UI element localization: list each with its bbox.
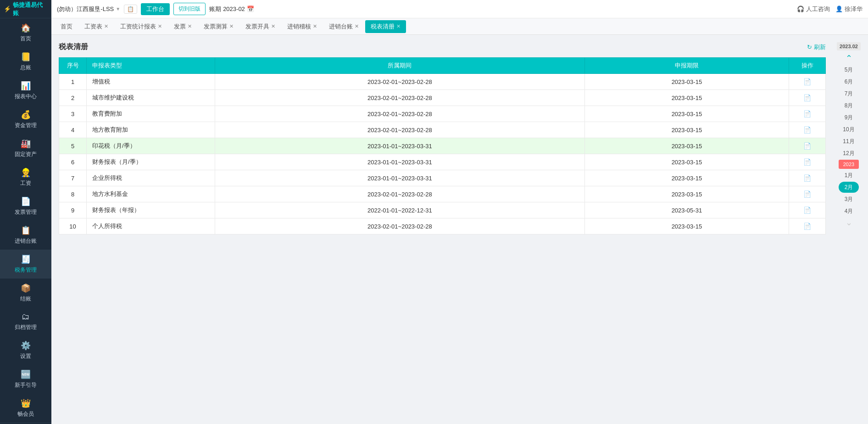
vip-icon: 👑	[21, 398, 31, 408]
copy-button[interactable]: 📋	[124, 5, 137, 14]
cell-period: 2023-01-01~2023-03-31	[215, 154, 585, 170]
action-icon[interactable]: 📄	[803, 110, 811, 117]
tab-salary-stat[interactable]: 工资统计报表 ✕	[115, 20, 167, 33]
action-icon[interactable]: 📄	[803, 206, 811, 214]
user-profile-button[interactable]: 👤 徐泽华	[835, 5, 862, 13]
cell-name: 企业所得税	[87, 170, 215, 186]
sidebar-item-label: 新手引导	[15, 381, 37, 389]
refresh-icon: ↻	[807, 44, 812, 50]
sidebar-item-salary[interactable]: 👷 工资	[0, 163, 51, 192]
action-icon[interactable]: 📄	[803, 94, 811, 101]
cell-action: 📄	[789, 138, 826, 154]
cell-period: 2023-02-01~2023-02-28	[215, 106, 585, 122]
sidebar-item-tax[interactable]: 🧾 税务管理	[0, 250, 51, 279]
tab-sales-ledger[interactable]: 进销台账 ✕	[323, 20, 364, 33]
period-display: 账期 2023-02 📅	[209, 5, 254, 13]
tab-close-icon[interactable]: ✕	[229, 23, 234, 29]
tab-close-icon[interactable]: ✕	[313, 23, 317, 29]
sidebar-item-invoice[interactable]: 📄 发票管理	[0, 192, 51, 221]
tax-icon: 🧾	[21, 254, 31, 264]
ai-consult-button[interactable]: 🎧 人工咨询	[797, 5, 830, 13]
tab-invoice-calc[interactable]: 发票测算 ✕	[198, 20, 239, 33]
tab-close-icon[interactable]: ✕	[158, 23, 162, 29]
tab-invoice-open[interactable]: 发票开具 ✕	[240, 20, 281, 33]
workbench-button[interactable]: 工作台	[141, 3, 170, 15]
cal-month-2-active[interactable]: 2月	[839, 182, 859, 193]
tab-close-icon[interactable]: ✕	[396, 23, 401, 29]
sidebar-item-home[interactable]: 🏠 首页	[0, 18, 51, 47]
action-icon[interactable]: 📄	[803, 190, 811, 198]
cell-name: 地方水利基金	[87, 186, 215, 202]
action-icon[interactable]: 📄	[803, 142, 811, 150]
tab-close-icon[interactable]: ✕	[355, 23, 359, 29]
cell-period: 2023-01-01~2023-03-31	[215, 170, 585, 186]
action-icon[interactable]: 📄	[803, 158, 811, 166]
tab-close-icon[interactable]: ✕	[188, 23, 192, 29]
action-icon[interactable]: 📄	[803, 126, 811, 134]
tab-close-icon[interactable]: ✕	[104, 23, 108, 29]
content-area: 税表清册 ↻ 刷新 序号 申报表类型 所属期间 申报期限 操作	[59, 42, 826, 417]
cell-deadline: 2023-03-15	[584, 138, 789, 154]
company-selector[interactable]: (勿动）江西服垦-LSS ▼	[57, 5, 120, 13]
invoice-icon: 📄	[21, 196, 31, 206]
action-icon[interactable]: 📄	[803, 78, 811, 85]
home-icon: 🏠	[21, 23, 31, 33]
sidebar-item-label: 报表中心	[15, 93, 37, 100]
cal-month-1[interactable]: 1月	[839, 170, 859, 181]
tab-close-icon[interactable]: ✕	[271, 23, 275, 29]
cell-deadline: 2023-03-15	[584, 74, 789, 90]
tab-home[interactable]: 首页	[55, 20, 78, 33]
cal-month-10[interactable]: 10月	[839, 124, 859, 135]
action-icon[interactable]: 📄	[803, 223, 811, 230]
sidebar-item-vip[interactable]: 👑 畅会员	[0, 394, 51, 423]
cell-action: 📄	[789, 74, 826, 90]
cal-month-5[interactable]: 5月	[839, 64, 859, 75]
cell-period: 2023-02-01~2023-02-28	[215, 74, 585, 90]
sidebar-item-sales-ledger[interactable]: 📋 进销台账	[0, 221, 51, 250]
sidebar-item-report[interactable]: 📊 报表中心	[0, 76, 51, 105]
cell-deadline: 2023-05-31	[584, 202, 789, 218]
user-avatar-icon: 👤	[835, 6, 843, 12]
cal-month-8[interactable]: 8月	[839, 100, 859, 111]
tab-sales-check[interactable]: 进销稽核 ✕	[282, 20, 323, 33]
tab-tax-list[interactable]: 税表清册 ✕	[365, 20, 406, 33]
calendar-down-button[interactable]: ⌄	[837, 218, 861, 228]
cell-name: 财务报表（月/季）	[87, 154, 215, 170]
calendar-up-button[interactable]: ⌃	[837, 53, 861, 63]
refresh-button[interactable]: ↻ 刷新	[807, 43, 826, 51]
cell-name: 地方教育附加	[87, 122, 215, 138]
sidebar-item-settings[interactable]: ⚙️ 设置	[0, 336, 51, 365]
cell-no: 1	[59, 74, 87, 90]
cal-month-7[interactable]: 7月	[839, 88, 859, 99]
cell-no: 6	[59, 154, 87, 170]
cell-no: 10	[59, 218, 87, 234]
cal-month-6[interactable]: 6月	[839, 76, 859, 87]
switch-old-button[interactable]: 切到旧版	[173, 3, 206, 15]
col-header-no: 序号	[59, 58, 87, 74]
table-row: 3 教育费附加 2023-02-01~2023-02-28 2023-03-15…	[59, 106, 826, 122]
tab-salary-table[interactable]: 工资表 ✕	[79, 20, 114, 33]
cell-name: 增值税	[87, 74, 215, 90]
cell-action: 📄	[789, 122, 826, 138]
sidebar-item-archive[interactable]: 🗂 归档管理	[0, 307, 51, 336]
sidebar-item-guide[interactable]: 🆕 新手引导	[0, 365, 51, 394]
archive-icon: 🗂	[22, 312, 30, 322]
cal-month-4[interactable]: 4月	[839, 206, 859, 217]
cell-name: 城市维护建设税	[87, 90, 215, 106]
action-icon[interactable]: 📄	[803, 174, 811, 182]
cal-month-12[interactable]: 12月	[839, 148, 859, 159]
sidebar-item-label: 资金管理	[15, 122, 37, 129]
sidebar-item-assets[interactable]: 🏭 固定资产	[0, 134, 51, 163]
cal-month-3[interactable]: 3月	[839, 194, 859, 205]
table-row: 10 个人所得税 2023-02-01~2023-02-28 2023-03-1…	[59, 218, 826, 234]
sidebar-item-close[interactable]: 📦 结账	[0, 279, 51, 307]
cal-month-11[interactable]: 11月	[839, 136, 859, 147]
sidebar-item-ledger[interactable]: 📒 总账	[0, 47, 51, 76]
col-header-deadline: 申报期限	[584, 58, 789, 74]
sidebar-item-label: 设置	[20, 352, 31, 360]
sidebar-item-fund[interactable]: 💰 资金管理	[0, 105, 51, 134]
cell-name: 教育费附加	[87, 106, 215, 122]
calendar-panel: 2023.02 ⌃ 5月 6月 7月 8月 9月 10月 11月 12月 202…	[837, 42, 861, 417]
tab-invoice[interactable]: 发票 ✕	[168, 20, 197, 33]
cal-month-9[interactable]: 9月	[839, 112, 859, 123]
